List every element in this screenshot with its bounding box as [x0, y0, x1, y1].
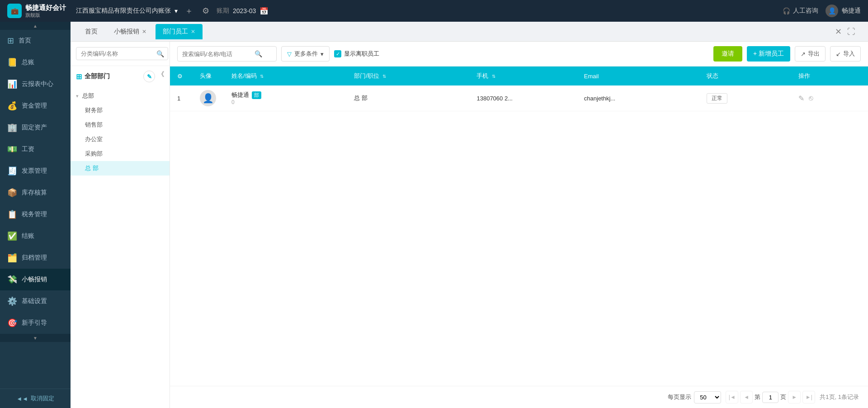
dept-node-general-active[interactable]: 总 部: [71, 161, 170, 176]
th-settings[interactable]: ⚙: [170, 66, 193, 85]
period-label: 账期: [217, 7, 229, 15]
sidebar-item-home[interactable]: ⊞ 首页: [0, 30, 71, 52]
delete-employee-button[interactable]: ⎋: [809, 94, 813, 103]
inventory-icon: 📦: [7, 188, 17, 198]
dept-node-sales[interactable]: 销售部: [71, 118, 170, 132]
dept-search-area: 🔍: [71, 42, 170, 66]
sidebar-item-close[interactable]: ✅ 结账: [0, 225, 71, 247]
sidebar-label-close: 结账: [22, 232, 34, 240]
sidebar-item-expense[interactable]: 💸 小畅报销: [0, 269, 71, 290]
sidebar-item-settings[interactable]: ⚙️ 基础设置: [0, 290, 71, 312]
show-resigned-checkbox[interactable]: ✓: [334, 50, 341, 57]
sidebar-item-funds[interactable]: 💰 资金管理: [0, 95, 71, 117]
add-employee-button[interactable]: + 新增员工: [747, 46, 790, 62]
employee-name-text: 畅捷通: [231, 91, 249, 99]
dept-node-purchase[interactable]: 采购部: [71, 147, 170, 161]
prev-page-button[interactable]: ◄: [740, 391, 753, 403]
last-page-button[interactable]: ►|: [802, 391, 815, 403]
sidebar-item-salary[interactable]: 💵 工资: [0, 138, 71, 160]
sidebar-item-ledger[interactable]: 📒 总账: [0, 52, 71, 73]
page-size-dropdown[interactable]: 10 20 50 100: [694, 391, 721, 403]
tab-dept-close[interactable]: ✕: [191, 28, 195, 35]
employee-table: ⚙ 头像 姓名/编码 ⇅ 部门/职位 ⇅: [170, 66, 868, 111]
sidebar-item-assets[interactable]: 🏢 固定资产: [0, 117, 71, 138]
settings-icon[interactable]: ⚙: [200, 4, 211, 18]
filter-icon: ▽: [287, 51, 292, 57]
th-phone[interactable]: 手机 ⇅: [469, 66, 576, 85]
consult-button[interactable]: 🎧 人工咨询: [783, 7, 818, 15]
first-page-button[interactable]: |◄: [726, 391, 738, 403]
export-button[interactable]: ↗ 导出: [795, 46, 826, 62]
table-row: 1 👤 畅捷通 部: [170, 85, 868, 111]
employee-search-icon[interactable]: 🔍: [255, 50, 262, 57]
th-name[interactable]: 姓名/编码 ⇅: [224, 66, 347, 85]
dept-search-input[interactable]: [76, 47, 168, 60]
import-icon: ↙: [836, 51, 841, 57]
cancel-fixed-label: 取消固定: [31, 394, 54, 403]
app-edition: 旗舰版: [25, 12, 66, 19]
maximize-window-button[interactable]: ⛶: [845, 26, 857, 38]
sidebar-item-inventory[interactable]: 📦 库存核算: [0, 182, 71, 204]
dept-node-parent-general[interactable]: ▾ 总部: [71, 89, 170, 103]
user-avatar-icon: 👤: [826, 5, 838, 17]
action-buttons: ✎ ⎋: [798, 94, 861, 103]
sidebar-item-guide[interactable]: 🎯 新手引导: [0, 312, 71, 334]
sidebar-scroll-up[interactable]: ▲: [0, 22, 71, 30]
add-company-button[interactable]: ＋: [183, 4, 195, 18]
dept-header-actions: ✎ 《: [143, 71, 164, 82]
calendar-icon[interactable]: 📅: [259, 7, 269, 15]
sidebar-label-funds: 资金管理: [22, 102, 47, 110]
edit-employee-button[interactable]: ✎: [798, 94, 804, 103]
row-email-cell: chanjethkj...: [577, 85, 699, 111]
sidebar-item-invoice[interactable]: 🧾 发票管理: [0, 160, 71, 182]
sidebar-item-archive[interactable]: 🗂️ 归档管理: [0, 247, 71, 269]
tabs-bar: 首页 小畅报销 ✕ 部门员工 ✕ ✕ ⛶: [71, 22, 868, 42]
close-window-button[interactable]: ✕: [833, 26, 844, 38]
next-page-button[interactable]: ►: [788, 391, 801, 403]
dept-header: ⊞ 全部部门 ✎ 《: [71, 66, 170, 87]
add-dept-button[interactable]: ✎: [143, 71, 155, 82]
import-button[interactable]: ↙ 导入: [830, 46, 861, 62]
sort-arrows-phone: ⇅: [492, 74, 495, 79]
th-dept[interactable]: 部门/职位 ⇅: [347, 66, 469, 85]
dept-node-finance[interactable]: 财务部: [71, 103, 170, 118]
sidebar-label-inventory: 库存核算: [22, 189, 47, 197]
page-size-label: 每页显示: [668, 393, 691, 401]
employee-search-input[interactable]: [182, 51, 255, 57]
sidebar-scroll-down[interactable]: ▼: [0, 334, 71, 342]
dropdown-icon: ▾: [175, 7, 178, 14]
company-selector[interactable]: 江西服宝精品有限责任公司内账张 ▾: [76, 7, 178, 15]
sidebar-label-assets: 固定资产: [22, 123, 47, 132]
sidebar-bottom: ◄◄ 取消固定: [0, 389, 71, 408]
sidebar-item-reports[interactable]: 📊 云报表中心: [0, 73, 71, 95]
page-number-input[interactable]: [762, 392, 778, 403]
cancel-fixed-button[interactable]: ◄◄ 取消固定: [0, 389, 71, 408]
dept-search-icon[interactable]: 🔍: [156, 50, 164, 57]
dept-label-finance: 财务部: [85, 106, 103, 114]
main-panel: 🔍 ⊞ 全部部门 ✎ 《 ▾ 总部: [71, 42, 868, 408]
row-name-cell: 畅捷通 部 0: [224, 85, 347, 111]
more-filter-button[interactable]: ▽ 更多条件 ▾: [281, 46, 330, 62]
tab-home[interactable]: 首页: [78, 24, 105, 39]
invite-button[interactable]: 邀请: [713, 46, 742, 62]
logo-icon: 💼: [7, 4, 22, 18]
sidebar-label-expense: 小畅报销: [22, 275, 47, 284]
show-resigned-toggle[interactable]: ✓ 显示离职员工: [334, 50, 379, 58]
tab-dept-employee[interactable]: 部门员工 ✕: [156, 24, 203, 39]
collapse-dept-button[interactable]: 《: [158, 71, 164, 82]
dept-tree: 🔍 ⊞ 全部部门 ✎ 《 ▾ 总部: [71, 42, 170, 408]
employee-search-box: 🔍: [177, 46, 277, 62]
app-name: 畅捷通好会计: [25, 4, 66, 12]
table-body: 1 👤 畅捷通 部: [170, 85, 868, 111]
tab-expense[interactable]: 小畅报销 ✕: [107, 24, 154, 39]
tab-expense-close[interactable]: ✕: [142, 28, 146, 35]
row-action-cell: ✎ ⎋: [791, 85, 868, 111]
funds-icon: 💰: [7, 101, 17, 111]
row-avatar-cell: 👤: [193, 85, 224, 111]
dept-node-office[interactable]: 办公室: [71, 132, 170, 147]
employee-area: 🔍 ▽ 更多条件 ▾ ✓ 显示离职员工 邀请 + 新增员工: [170, 42, 868, 408]
user-name: 畅捷通: [842, 7, 861, 15]
invoice-icon: 🧾: [7, 166, 17, 176]
user-area[interactable]: 👤 畅捷通: [826, 5, 861, 17]
sidebar-item-tax[interactable]: 📋 税务管理: [0, 204, 71, 225]
